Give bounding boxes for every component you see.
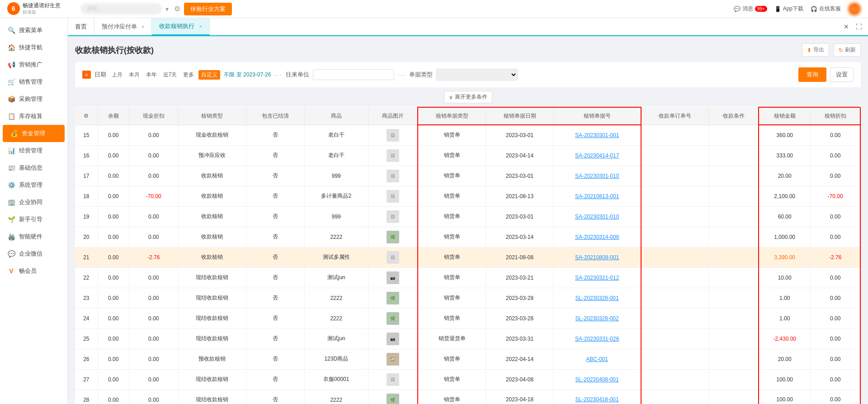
- date-opt-last-month[interactable]: 上月: [110, 70, 124, 80]
- cancel-no-link[interactable]: SL-20230418-001: [576, 396, 619, 403]
- tab-collection-label: 收款核销执行: [159, 22, 194, 30]
- sidebar-item-guide[interactable]: 🌱 新手引导: [0, 211, 67, 228]
- cancel-no-link[interactable]: SA-20230321-012: [575, 275, 619, 281]
- row-cancel-amount: 2,100.00: [759, 186, 811, 206]
- filter-toggle-btn[interactable]: »: [82, 71, 91, 79]
- row-receipt-condition: [709, 227, 759, 247]
- cancel-no-link[interactable]: SA-20230314-008: [575, 234, 619, 240]
- sidebar-item-wechat[interactable]: 💬 企业微信: [0, 245, 67, 262]
- tab-home[interactable]: 首页: [68, 18, 94, 35]
- cancel-no-link[interactable]: SA-20210813-001: [575, 193, 619, 200]
- row-cancel-amount: 360.00: [759, 125, 811, 145]
- cancel-no-link[interactable]: SA-20210808-001: [575, 254, 619, 261]
- row-balance: 0.00: [98, 227, 129, 247]
- sidebar-item-enterprise[interactable]: 🏢 企业协同: [0, 194, 67, 211]
- col-header-include-settled: 包含已结清: [246, 107, 304, 125]
- date-opt-7days[interactable]: 近7天: [161, 70, 179, 80]
- row-include-settled: 否: [246, 227, 304, 247]
- tab-collection[interactable]: 收款核销执行 ×: [152, 18, 209, 35]
- row-cancel-voucher-type: 销货单: [418, 145, 486, 166]
- tab-maximize-btn[interactable]: ⛶: [854, 21, 864, 32]
- sidebar-item-hardware[interactable]: 🖨️ 智能硬件: [0, 228, 67, 245]
- row-cancel-type: 收款核销: [178, 186, 246, 206]
- row-cancel-discount: 0.00: [811, 227, 860, 247]
- message-label: 消息: [742, 5, 753, 13]
- sidebar-item-sales[interactable]: 🛒 销售管理: [0, 73, 67, 90]
- filter-bar: » 日期 上月 本月 本年 近7天 更多 自定义 不限 至 2023-07-26…: [75, 62, 861, 87]
- settings-icon[interactable]: ⚙: [174, 5, 180, 13]
- online-service-btn[interactable]: 🎧 在线客服: [811, 5, 841, 13]
- message-btn[interactable]: 💬 消息 99+: [734, 5, 767, 13]
- date-opt-this-month[interactable]: 本月: [127, 70, 142, 80]
- date-opt-custom[interactable]: 自定义: [198, 70, 220, 80]
- voucher-type-select[interactable]: [436, 69, 518, 81]
- sidebar-item-basic-info[interactable]: 📰 基础信息: [0, 159, 67, 176]
- export-btn[interactable]: ⬆ 导出: [802, 43, 829, 57]
- settings-btn[interactable]: 设置: [830, 67, 854, 82]
- top-right-area: 💬 消息 99+ 📱 App下载 🎧 在线客服 Rit: [734, 3, 861, 15]
- counterparty-input[interactable]: [313, 69, 394, 80]
- row-balance: 0.00: [98, 369, 129, 390]
- cancel-no-link[interactable]: SA-20230301-001: [575, 132, 619, 138]
- row-cancel-amount: 20.00: [759, 349, 811, 369]
- sidebar-item-purchase[interactable]: 📦 采购管理: [0, 90, 67, 108]
- cancel-no-link[interactable]: SL-20230328-002: [576, 315, 619, 322]
- filter-ellipsis2: ···: [398, 71, 406, 78]
- product-image: 🖼: [387, 129, 399, 142]
- row-receipt-order-no: [641, 145, 709, 166]
- cancel-no-link[interactable]: SA-20230301-010: [575, 173, 619, 179]
- row-balance: 0.00: [98, 166, 129, 186]
- cancel-no-link[interactable]: SL-20230328-001: [576, 295, 619, 301]
- date-opt-this-year[interactable]: 本年: [144, 70, 159, 80]
- sidebar-item-system[interactable]: ⚙️ 系统管理: [0, 176, 67, 194]
- tab-collection-close[interactable]: ×: [199, 24, 202, 29]
- tab-prepaid[interactable]: 预付冲应付单 ×: [94, 18, 152, 35]
- row-cancel-discount: 0.00: [811, 288, 860, 308]
- sidebar-item-operations[interactable]: 📊 经营管理: [0, 142, 67, 159]
- export-icon: ⬆: [807, 47, 811, 53]
- cancel-no-link[interactable]: ABC-001: [586, 356, 608, 362]
- date-opt-more[interactable]: 更多: [181, 70, 196, 80]
- col-header-settings[interactable]: ⚙: [75, 107, 98, 125]
- query-btn[interactable]: 查询: [798, 67, 826, 82]
- row-no: 27: [75, 369, 98, 390]
- row-no: 28: [75, 390, 98, 404]
- user-avatar[interactable]: Rit: [848, 3, 861, 15]
- row-include-settled: 否: [246, 206, 304, 227]
- product-image: 🖼: [387, 373, 399, 386]
- row-cancel-no: SA-20230414-017: [553, 145, 641, 166]
- row-cancel-type: 现结收款核销: [178, 288, 246, 308]
- row-cash-discount: 0.00: [129, 227, 178, 247]
- cancel-no-link[interactable]: SA-20230414-017: [575, 152, 619, 159]
- industry-btn[interactable]: 休验行业方案: [184, 3, 232, 15]
- page-title: 收款核销执行(按收款): [75, 45, 154, 56]
- app-download-btn[interactable]: 📱 App下载: [774, 5, 803, 13]
- product-image: 📷: [387, 271, 399, 284]
- row-no: 21: [75, 247, 98, 267]
- cancel-no-link[interactable]: SA-20230301-010: [575, 214, 619, 220]
- row-cancel-date: 2023-03-31: [486, 328, 554, 349]
- top-search-area: 搜索... ▾ ⚙ 休验行业方案: [80, 3, 728, 15]
- row-cancel-amount: 20.00: [759, 166, 811, 186]
- row-product: 2222: [304, 227, 368, 247]
- cancel-no-link[interactable]: SL-20230408-001: [576, 376, 619, 383]
- sidebar-item-member[interactable]: V 畅会员: [0, 262, 67, 280]
- cancel-no-link[interactable]: SA-20230331-026: [575, 336, 619, 342]
- sidebar-item-quick-nav[interactable]: 🏠 快捷导航: [0, 39, 67, 56]
- sidebar-item-marketing[interactable]: 📢 营销推广: [0, 56, 67, 73]
- row-cancel-amount: -2,430.00: [759, 328, 811, 349]
- row-balance: 0.00: [98, 145, 129, 166]
- expand-conditions-btn[interactable]: ∨ 展开更多条件: [444, 91, 492, 103]
- row-product-image: 🌿: [368, 308, 418, 328]
- tab-prepaid-close[interactable]: ×: [142, 24, 144, 29]
- row-cancel-voucher-type: 销货单: [418, 206, 486, 227]
- refresh-btn[interactable]: ↻ 刷新: [834, 43, 861, 57]
- sidebar-item-inventory[interactable]: 📋 库存核算: [0, 108, 67, 125]
- sidebar-item-search-menu[interactable]: 🔍 搜索菜单: [0, 22, 67, 39]
- dropdown-arrow-icon[interactable]: ▾: [165, 5, 169, 13]
- row-include-settled: 否: [246, 247, 304, 267]
- sidebar-label-system: 系统管理: [19, 181, 42, 189]
- sidebar-item-finance[interactable]: 💰 资金管理: [3, 125, 65, 142]
- tab-close-btn[interactable]: ✕: [841, 21, 852, 32]
- row-cancel-discount: 0.00: [811, 349, 860, 369]
